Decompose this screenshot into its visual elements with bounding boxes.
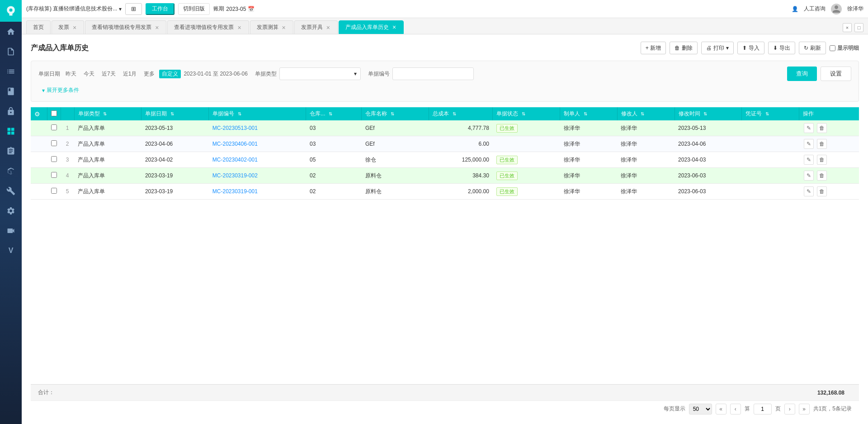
row-number[interactable]: MC-20230319-002	[209, 168, 306, 184]
tab-sales-vat[interactable]: 查看销项增值税专用发票 ×	[85, 20, 166, 34]
row-delete-btn[interactable]: 🗑	[817, 139, 827, 149]
table-row[interactable]: 3 产品入库单 2023-04-02 MC-20230402-001 05 徐仓…	[31, 152, 859, 168]
print-btn[interactable]: 🖨 打印 ▾	[701, 42, 734, 54]
period-calendar-icon[interactable]: 📅	[248, 6, 255, 12]
col-modify-time[interactable]: 修改时间 ⇅	[675, 107, 742, 120]
sidebar-item-tool[interactable]	[0, 181, 22, 201]
col-status[interactable]: 单据状态 ⇅	[493, 107, 560, 120]
set-btn[interactable]: 设置	[821, 67, 851, 81]
sidebar-item-book[interactable]	[0, 81, 22, 101]
type-select[interactable]: ▾	[279, 67, 361, 80]
row-number[interactable]: MC-20230513-001	[209, 120, 306, 136]
copy-btn[interactable]: ⊞	[125, 3, 142, 15]
sidebar-item-invoice[interactable]	[0, 42, 22, 62]
tab-purchase-vat-close[interactable]: ×	[236, 24, 242, 31]
help-label[interactable]: 人工咨询	[804, 5, 826, 13]
page-input[interactable]	[754, 404, 772, 414]
col-modifier[interactable]: 修改人 ⇅	[617, 107, 675, 120]
row-number[interactable]: MC-20230406-001	[209, 136, 306, 152]
sidebar-item-lock[interactable]	[0, 101, 22, 121]
display-toggle-checkbox[interactable]	[830, 45, 835, 51]
window-maximize-btn[interactable]: □	[854, 23, 863, 32]
window-close-btn[interactable]: ×	[843, 23, 852, 32]
sidebar-item-v[interactable]: V	[0, 241, 22, 261]
sidebar-item-clipboard[interactable]	[0, 141, 22, 161]
row-checkbox-cell[interactable]	[47, 136, 61, 152]
import-btn[interactable]: ⬆ 导入	[737, 42, 764, 54]
sidebar-item-package[interactable]	[0, 161, 22, 181]
row-number[interactable]: MC-20230319-001	[209, 184, 306, 200]
company-dropdown-icon[interactable]: ▾	[119, 6, 122, 12]
row-edit-btn[interactable]: ✎	[804, 186, 814, 196]
export-btn[interactable]: ⬇ 导出	[768, 42, 795, 54]
row-number-link[interactable]: MC-20230513-001	[212, 125, 258, 131]
table-row[interactable]: 2 产品入库单 2023-04-06 MC-20230406-001 03 GE…	[31, 136, 859, 152]
tab-invoice-calc-close[interactable]: ×	[281, 24, 287, 31]
col-checkbox[interactable]	[47, 107, 61, 120]
row-number-link[interactable]: MC-20230406-001	[212, 141, 258, 147]
page-first-btn[interactable]: «	[716, 404, 726, 414]
row-edit-btn[interactable]: ✎	[804, 139, 814, 149]
row-checkbox-cell[interactable]	[47, 168, 61, 184]
switch-old-btn[interactable]: 切到旧版	[178, 3, 210, 15]
new-btn[interactable]: + 新增	[641, 42, 666, 54]
row-number[interactable]: MC-20230402-001	[209, 152, 306, 168]
page-last-btn[interactable]: »	[799, 404, 810, 414]
col-date[interactable]: 单据日期 ⇅	[142, 107, 209, 120]
tab-sales-vat-close[interactable]: ×	[154, 24, 160, 31]
tab-invoice-close[interactable]: ×	[72, 24, 77, 31]
number-filter-input[interactable]	[392, 67, 474, 80]
col-warehouse-name[interactable]: 仓库名称 ⇅	[362, 107, 429, 120]
col-total-cost[interactable]: 总成本 ⇅	[429, 107, 493, 120]
row-checkbox[interactable]	[51, 124, 57, 130]
col-type[interactable]: 单据类型 ⇅	[74, 107, 142, 120]
row-number-link[interactable]: MC-20230402-001	[212, 157, 258, 163]
sidebar-item-grid[interactable]	[0, 121, 22, 141]
row-checkbox[interactable]	[51, 172, 57, 178]
col-creator[interactable]: 制单人 ⇅	[560, 107, 618, 120]
expand-conditions-btn[interactable]: ▾ 展开更多条件	[38, 85, 851, 96]
row-checkbox-cell[interactable]	[47, 184, 61, 200]
query-btn[interactable]: 查询	[787, 67, 817, 81]
row-checkbox[interactable]	[51, 156, 57, 162]
refresh-btn[interactable]: ↻ 刷新	[799, 42, 826, 54]
tab-invoice-open-close[interactable]: ×	[326, 24, 331, 31]
col-voucher[interactable]: 凭证号 ⇅	[742, 107, 799, 120]
select-all-checkbox[interactable]	[51, 110, 57, 116]
tab-product-history-close[interactable]: ×	[392, 24, 397, 30]
row-checkbox-cell[interactable]	[47, 152, 61, 168]
workbench-btn[interactable]: 工作台	[146, 3, 175, 15]
user-name[interactable]: 徐泽华	[847, 5, 863, 13]
row-delete-btn[interactable]: 🗑	[817, 186, 827, 196]
page-prev-btn[interactable]: ‹	[730, 404, 741, 414]
tab-invoice-open[interactable]: 发票开具 ×	[294, 20, 338, 34]
row-delete-btn[interactable]: 🗑	[817, 155, 827, 165]
tab-home[interactable]: 首页	[26, 20, 51, 34]
shortcut-custom[interactable]: 自定义	[159, 70, 181, 78]
row-number-link[interactable]: MC-20230319-001	[212, 188, 258, 195]
row-number-link[interactable]: MC-20230319-002	[212, 172, 258, 179]
row-delete-btn[interactable]: 🗑	[817, 123, 827, 133]
page-next-btn[interactable]: ›	[784, 404, 795, 414]
display-toggle[interactable]: 显示明细	[830, 42, 859, 54]
sidebar-item-settings[interactable]	[0, 201, 22, 221]
row-delete-btn[interactable]: 🗑	[817, 171, 827, 181]
row-edit-btn[interactable]: ✎	[804, 171, 814, 181]
page-size-select[interactable]: 50 100 200	[689, 404, 712, 414]
tab-invoice-calc[interactable]: 发票测算 ×	[250, 20, 293, 34]
col-warehouse-code[interactable]: 仓库... ⇅	[306, 107, 362, 120]
sidebar-item-video[interactable]	[0, 221, 22, 241]
tab-invoice[interactable]: 发票 ×	[52, 20, 84, 34]
sidebar-item-home[interactable]	[0, 22, 22, 42]
row-edit-btn[interactable]: ✎	[804, 123, 814, 133]
tab-product-history[interactable]: 产成品入库单历史 ×	[339, 20, 404, 34]
shortcut-yesterday[interactable]: 昨天	[63, 70, 79, 78]
shortcut-1month[interactable]: 近1月	[120, 70, 140, 78]
col-settings[interactable]: ⚙	[31, 107, 47, 120]
row-checkbox-cell[interactable]	[47, 120, 61, 136]
app-logo[interactable]	[0, 0, 22, 22]
tab-purchase-vat[interactable]: 查看进项增值税专用发票 ×	[167, 20, 249, 34]
shortcut-7days[interactable]: 近7天	[99, 70, 118, 78]
table-settings-icon[interactable]: ⚙	[34, 110, 40, 118]
sidebar-item-chart[interactable]	[0, 62, 22, 81]
